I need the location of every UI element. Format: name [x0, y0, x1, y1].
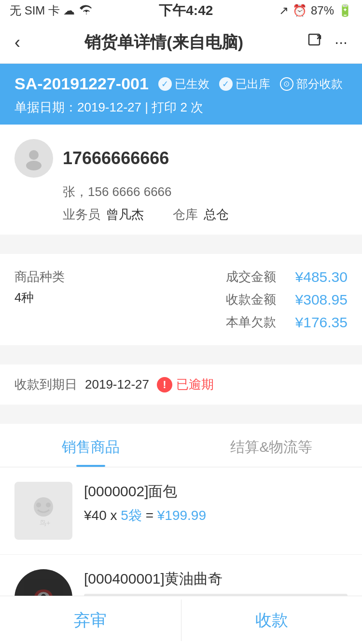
- battery-icon: 🔋: [338, 4, 352, 17]
- divider-1: [0, 235, 362, 244]
- status-right: ↗ ⏰ 87% 🔋: [279, 4, 352, 17]
- customer-row: 17666666666: [14, 139, 348, 178]
- amount-label: 成交金额: [226, 268, 276, 285]
- check-icon-2: ✓: [219, 77, 233, 91]
- tab-settlement[interactable]: 结算&物流等: [181, 424, 362, 467]
- sales-label: 业务员: [63, 206, 100, 223]
- abandon-review-button[interactable]: 弃审: [0, 600, 181, 641]
- amount-row: 成交金额 ¥485.30: [226, 268, 348, 285]
- avatar: [14, 139, 53, 178]
- collect-payment-button[interactable]: 收款: [181, 600, 362, 641]
- status-left: 无 SIM 卡 ☁: [10, 3, 93, 18]
- divider-3: [0, 405, 362, 414]
- warehouse-value: 总仓: [204, 206, 229, 223]
- no-sim-text: 无 SIM 卡 ☁: [10, 3, 75, 18]
- stats-right: 成交金额 ¥485.30 收款金额 ¥308.95 本单欠款 ¥176.35: [226, 268, 348, 331]
- overdue-text: 已逾期: [176, 376, 214, 393]
- tabs-bar: 销售商品 结算&物流等: [0, 424, 362, 467]
- banner-sub: 单据日期：2019-12-27 | 打印 2 次: [14, 99, 348, 116]
- nav-actions: ···: [307, 33, 348, 52]
- wifi-icon: [80, 4, 93, 17]
- category-label: 商品种类: [14, 268, 65, 285]
- received-label: 收款金额: [226, 291, 276, 308]
- status-bar: 无 SIM 卡 ☁ 下午4:42 ↗ ⏰ 87% 🔋: [0, 0, 362, 21]
- category-value: 4种: [14, 289, 65, 306]
- amount-value: ¥485.30: [295, 269, 348, 285]
- product-total-1: ¥199.99: [157, 508, 206, 523]
- badge-shipped: ✓ 已出库: [219, 76, 270, 92]
- more-icon[interactable]: ···: [334, 33, 348, 51]
- product-image-1: 鸟+: [14, 482, 72, 540]
- stats-section: 商品种类 4种 成交金额 ¥485.30 收款金额 ¥308.95 本单欠款 ¥…: [0, 254, 362, 345]
- product-name-2: [000400001]黄油曲奇: [84, 569, 348, 589]
- overdue-badge: ! 已逾期: [157, 376, 214, 393]
- customer-section: 17666666666 张，156 6666 6666 业务员 曾凡杰 仓库 总…: [0, 125, 362, 235]
- customer-contact: 张，156 6666 6666: [14, 183, 348, 200]
- received-value: ¥308.95: [295, 292, 348, 308]
- received-row: 收款金额 ¥308.95: [226, 291, 348, 308]
- product-name-1: [0000002]面包: [84, 482, 348, 502]
- sales-person: 业务员 曾凡杰: [63, 206, 144, 223]
- due-date: 2019-12-27: [85, 377, 149, 392]
- badge-effective: ✓ 已生效: [158, 76, 209, 92]
- alarm-icon: ⏰: [292, 4, 307, 17]
- product-price-1: ¥40 x 5袋 = ¥199.99: [84, 506, 348, 525]
- owed-row: 本单欠款 ¥176.35: [226, 314, 348, 331]
- order-header: SA-20191227-001 ✓ 已生效 ✓ 已出库 ⊙ 部分收款 单据日期：…: [0, 64, 362, 125]
- nav-bar: ‹ 销货单详情(来自电脑) ···: [0, 21, 362, 64]
- battery-text: 87%: [311, 4, 334, 17]
- due-section: 收款到期日 2019-12-27 ! 已逾期: [0, 364, 362, 405]
- product-qty-1: 5袋: [121, 508, 142, 523]
- tab-sales-products[interactable]: 销售商品: [0, 424, 181, 467]
- due-label: 收款到期日: [14, 376, 77, 393]
- svg-point-4: [36, 503, 41, 507]
- badge-partial: ⊙ 部分收款: [280, 76, 343, 92]
- location-icon: ↗: [279, 4, 289, 17]
- svg-text:鸟+: 鸟+: [40, 519, 50, 527]
- banner-top: SA-20191227-001 ✓ 已生效 ✓ 已出库 ⊙ 部分收款: [14, 74, 348, 93]
- warehouse-label: 仓库: [173, 206, 198, 223]
- customer-meta: 业务员 曾凡杰 仓库 总仓: [14, 206, 348, 223]
- svg-point-2: [26, 161, 42, 170]
- clock-icon: ⊙: [280, 77, 293, 91]
- bottom-bar: 弃审 收款: [0, 596, 362, 644]
- customer-id: 17666666666: [63, 148, 169, 168]
- divider-2: [0, 345, 362, 355]
- check-icon-1: ✓: [158, 77, 172, 91]
- page-title: 销货单详情(来自电脑): [84, 31, 243, 54]
- svg-point-3: [34, 497, 53, 517]
- share-icon[interactable]: [307, 33, 323, 52]
- stats-left: 商品种类 4种: [14, 268, 65, 306]
- owed-value: ¥176.35: [295, 314, 348, 331]
- order-number: SA-20191227-001: [14, 74, 149, 93]
- svg-point-1: [29, 150, 39, 160]
- warehouse: 仓库 总仓: [173, 206, 229, 223]
- product-info-1: [0000002]面包 ¥40 x 5袋 = ¥199.99: [84, 482, 348, 525]
- back-button[interactable]: ‹: [14, 32, 20, 53]
- owed-label: 本单欠款: [226, 314, 276, 331]
- product-item: 鸟+ [0000002]面包 ¥40 x 5袋 = ¥199.99: [0, 467, 362, 555]
- status-time: 下午4:42: [159, 1, 213, 20]
- overdue-icon: !: [157, 377, 172, 392]
- svg-point-5: [46, 503, 51, 507]
- sales-value: 曾凡杰: [106, 206, 144, 223]
